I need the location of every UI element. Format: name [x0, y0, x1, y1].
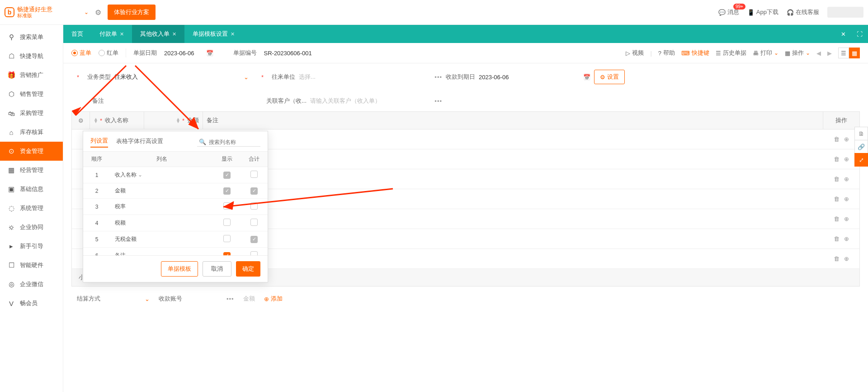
popup-search[interactable]: 🔍: [197, 138, 260, 147]
tabstrip: 首页付款单✕其他收入单✕单据模板设置✕ ✕ ⛶: [63, 25, 868, 43]
ellipsis-icon[interactable]: •••: [434, 98, 442, 105]
radio-red[interactable]: 红单: [99, 49, 118, 57]
checkbox[interactable]: [223, 235, 231, 242]
checkbox[interactable]: ✓: [250, 236, 258, 243]
sidebar-item-6[interactable]: ⊙资金管理: [0, 142, 63, 161]
popup-tab-columns[interactable]: 列设置: [90, 137, 108, 148]
sidebar-item-11[interactable]: ▸新手引导: [0, 237, 63, 256]
checkbox[interactable]: [250, 171, 258, 178]
sidebar-item-7[interactable]: ▦经营管理: [0, 161, 63, 180]
float-expand-icon[interactable]: ⤢: [854, 153, 868, 167]
doc-date-label: 单据日期: [133, 49, 157, 57]
print-button[interactable]: 🖶打印⌄: [753, 49, 778, 57]
delete-icon[interactable]: 🗑: [834, 215, 840, 222]
prev-icon[interactable]: ◀: [816, 50, 821, 57]
col-amount[interactable]: ▲▼ *金额: [144, 112, 203, 129]
ellipsis-icon[interactable]: •••: [226, 296, 234, 302]
checkbox[interactable]: [250, 202, 258, 210]
doc-date-value[interactable]: 2023-06-06: [164, 50, 194, 57]
chevron-down-icon[interactable]: ⌄: [138, 172, 142, 178]
close-icon[interactable]: ✕: [172, 31, 176, 37]
calendar-icon[interactable]: 📅: [206, 50, 213, 57]
confirm-button[interactable]: 确定: [236, 261, 260, 277]
sidebar-item-10[interactable]: ⛭企业协同: [0, 218, 63, 237]
sidebar-item-2[interactable]: 🎁营销推广: [0, 66, 63, 85]
delete-icon[interactable]: 🗑: [834, 136, 840, 143]
close-icon[interactable]: ✕: [231, 31, 235, 37]
checkbox[interactable]: [250, 251, 258, 255]
delete-icon[interactable]: 🗑: [834, 176, 840, 182]
tab-close-all[interactable]: ✕: [835, 25, 851, 43]
sidebar-item-8[interactable]: ▣基础信息: [0, 180, 63, 199]
col-income[interactable]: ▲▼ *收入名称: [90, 112, 144, 129]
sidebar-item-0[interactable]: ⚲搜索菜单: [0, 28, 63, 47]
video-button[interactable]: ▷视频: [626, 49, 644, 57]
popup-search-input[interactable]: [209, 139, 259, 145]
radio-blue[interactable]: 蓝单: [71, 49, 91, 57]
ellipsis-icon[interactable]: •••: [434, 74, 442, 81]
delete-icon[interactable]: 🗑: [834, 156, 840, 163]
messages-button[interactable]: 💬 消息: [718, 8, 739, 16]
next-icon[interactable]: ▶: [827, 50, 832, 57]
tab-1[interactable]: 付款单✕: [91, 25, 132, 43]
biztype-value[interactable]: 往来收入: [114, 73, 240, 81]
popup-tab-font[interactable]: 表格字体行高设置: [116, 137, 163, 147]
checkbox[interactable]: ✓: [250, 187, 258, 195]
user-avatar[interactable]: [827, 7, 863, 18]
tab-2[interactable]: 其他收入单✕: [132, 25, 184, 43]
app-download-button[interactable]: 📱 App下载: [747, 8, 778, 16]
add-row-icon[interactable]: ⊕: [844, 196, 849, 202]
checkbox[interactable]: ✓: [223, 187, 231, 195]
checkbox[interactable]: [223, 202, 231, 210]
add-row-icon[interactable]: ⊕: [844, 156, 849, 163]
gear-icon[interactable]: ⚙: [95, 8, 101, 17]
checkbox[interactable]: [250, 219, 258, 226]
delete-icon[interactable]: 🗑: [834, 196, 840, 202]
unit-input[interactable]: 选择...: [299, 73, 431, 81]
delete-icon[interactable]: 🗑: [834, 235, 840, 242]
settings-button[interactable]: ⚙ 设置: [594, 70, 625, 84]
online-service-button[interactable]: 🎧 在线客服: [787, 8, 819, 16]
sidebar-item-1[interactable]: ☖快捷导航: [0, 47, 63, 66]
operate-button[interactable]: ▦操作⌄: [785, 49, 810, 57]
sidebar-item-9[interactable]: ◌系统管理: [0, 199, 63, 218]
chevron-down-icon[interactable]: ⌄: [244, 74, 249, 81]
sidebar-item-5[interactable]: ⌂库存核算: [0, 123, 63, 142]
help-button[interactable]: ?帮助: [658, 49, 675, 57]
checkbox[interactable]: ✓: [223, 172, 231, 179]
close-icon[interactable]: ✕: [120, 31, 124, 37]
history-button[interactable]: ☰历史单据: [716, 49, 746, 57]
checkbox[interactable]: ✓: [223, 252, 231, 256]
sidebar-item-12[interactable]: ☐智能硬件: [0, 256, 63, 275]
view-card[interactable]: ▦: [849, 48, 860, 58]
sidebar-item-4[interactable]: 🛍采购管理: [0, 104, 63, 123]
sidebar-item-13[interactable]: ◎企业微信: [0, 275, 63, 294]
tab-0[interactable]: 首页: [63, 25, 91, 43]
add-row-icon[interactable]: ⊕: [844, 215, 849, 222]
calendar-icon[interactable]: 📅: [583, 74, 590, 81]
float-link-icon[interactable]: 🔗: [854, 140, 868, 153]
company-selector[interactable]: ⌄: [81, 9, 89, 15]
tab-3[interactable]: 单据模板设置✕: [184, 25, 243, 43]
trial-button[interactable]: 体验行业方案: [108, 5, 156, 20]
chevron-down-icon[interactable]: ⌄: [145, 296, 150, 302]
add-button[interactable]: ⊕ 添加: [264, 295, 283, 303]
relcust-input[interactable]: 请输入关联客户（收入单）: [310, 97, 431, 105]
sidebar-item-3[interactable]: ⬡销售管理: [0, 85, 63, 104]
chevron-down-icon: ⌄: [806, 50, 810, 56]
add-row-icon[interactable]: ⊕: [844, 255, 849, 262]
delete-icon[interactable]: 🗑: [834, 255, 840, 262]
template-button[interactable]: 单据模板: [161, 261, 198, 277]
add-row-icon[interactable]: ⊕: [844, 176, 849, 182]
float-note-icon[interactable]: 🗎: [854, 127, 868, 140]
shortcut-button[interactable]: ⌨快捷键: [681, 49, 709, 57]
cancel-button[interactable]: 取消: [203, 261, 231, 277]
add-row-icon[interactable]: ⊕: [844, 136, 849, 143]
column-settings-gear[interactable]: ⚙: [72, 112, 90, 129]
view-list[interactable]: ☰: [838, 48, 849, 58]
sidebar-item-14[interactable]: V畅会员: [0, 294, 63, 313]
checkbox[interactable]: [223, 219, 231, 226]
add-row-icon[interactable]: ⊕: [844, 235, 849, 242]
tab-fullscreen[interactable]: ⛶: [851, 25, 868, 43]
due-value[interactable]: 2023-06-06: [479, 74, 580, 81]
